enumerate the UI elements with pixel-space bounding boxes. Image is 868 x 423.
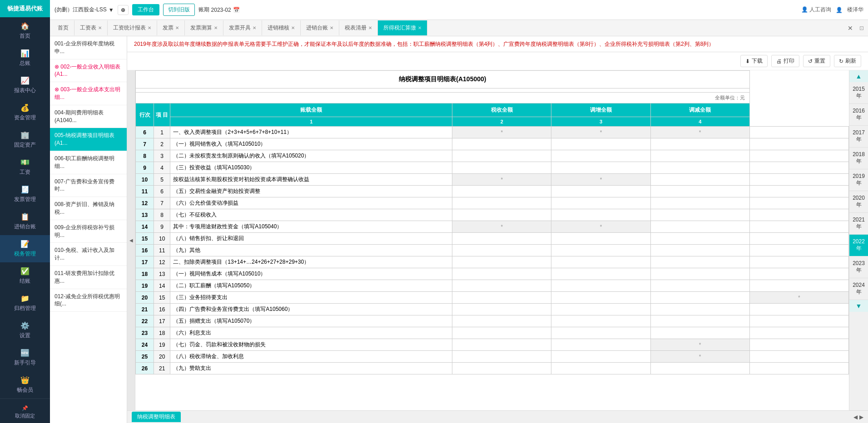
value-cell-2[interactable]	[650, 138, 749, 150]
value-cell-3[interactable]	[749, 280, 848, 292]
value-cell-1[interactable]	[551, 186, 650, 197]
print-button[interactable]: 🖨 打印	[771, 55, 799, 67]
value-cell-2[interactable]	[650, 292, 749, 304]
tab-close-invoice-in[interactable]: ✕	[291, 25, 295, 30]
value-cell-0[interactable]	[452, 351, 551, 363]
value-cell-0[interactable]	[452, 245, 551, 256]
year-item-2022年[interactable]: 2022年	[849, 235, 868, 256]
value-cell-0[interactable]: *	[452, 221, 551, 233]
value-cell-1[interactable]: *	[551, 174, 650, 186]
workbench-button[interactable]: 工作台	[132, 4, 159, 15]
sidebar-item-asset[interactable]: 💰资金管理	[0, 99, 50, 126]
scroll-left[interactable]: ◀	[853, 414, 858, 420]
value-cell-2[interactable]: *	[650, 127, 749, 138]
tab-tax-clear[interactable]: 税表清册✕	[339, 20, 378, 35]
value-cell-1[interactable]	[551, 268, 650, 280]
tab-close-invoice[interactable]: ✕	[175, 25, 179, 30]
value-cell-0[interactable]	[452, 233, 551, 245]
sidebar-item-invoice[interactable]: 🧾发票管理	[0, 181, 50, 208]
value-cell-2[interactable]	[650, 150, 749, 162]
value-cell-2[interactable]	[650, 162, 749, 174]
value-cell-1[interactable]	[551, 233, 650, 245]
value-cell-1[interactable]	[551, 245, 650, 256]
tab-invoice-ledger[interactable]: 进销台账✕	[301, 20, 339, 35]
value-cell-2[interactable]	[650, 280, 749, 292]
sidebar-item-fixed[interactable]: 🏢固定资产	[0, 126, 50, 153]
value-cell-3[interactable]	[749, 245, 848, 256]
value-cell-2[interactable]: *	[650, 339, 749, 351]
value-cell-1[interactable]	[551, 292, 650, 304]
value-cell-3[interactable]	[749, 315, 848, 327]
bottom-tab[interactable]: 纳税调整明细表	[132, 412, 181, 422]
value-cell-1[interactable]	[551, 327, 650, 339]
value-cell-1[interactable]	[551, 304, 650, 315]
left-nav-item-005[interactable]: 005-纳税调整项目明细表(A1...	[50, 128, 127, 151]
value-cell-3[interactable]: *	[749, 292, 848, 304]
collapse-panel-button[interactable]: ◀	[127, 70, 135, 410]
left-nav-item-004[interactable]: 004-期间费用明细表(A1040...	[50, 105, 127, 128]
value-cell-0[interactable]	[452, 292, 551, 304]
value-cell-2[interactable]	[650, 327, 749, 339]
value-cell-1[interactable]	[551, 256, 650, 268]
sidebar-item-guide[interactable]: 🆕新手引导	[0, 344, 50, 371]
user-service[interactable]: 👤 人工咨询	[801, 6, 831, 14]
value-cell-3[interactable]	[749, 221, 848, 233]
tab-close-invoice-ledger[interactable]: ✕	[330, 25, 333, 30]
value-cell-2[interactable]	[650, 233, 749, 245]
value-cell-2[interactable]	[650, 174, 749, 186]
value-cell-2[interactable]	[650, 221, 749, 233]
value-cell-0[interactable]	[452, 363, 551, 374]
tab-invoice[interactable]: 发票✕	[157, 20, 185, 35]
left-nav-item-003[interactable]: 003-一般企业成本支出明细...	[50, 82, 127, 105]
value-cell-0[interactable]	[452, 150, 551, 162]
year-nav-down[interactable]: ▼	[849, 300, 868, 312]
restore-tabs[interactable]: ⊡	[858, 25, 866, 31]
value-cell-2[interactable]: *	[650, 351, 749, 363]
value-cell-2[interactable]	[650, 304, 749, 315]
year-item-2018年[interactable]: 2018年	[849, 148, 868, 169]
sidebar-item-settlement[interactable]: ✅结账	[0, 262, 50, 290]
left-nav-item-007[interactable]: 007-广告费和业务宣传费时...	[50, 174, 127, 197]
value-cell-2[interactable]	[650, 209, 749, 221]
year-item-2024年[interactable]: 2024年	[849, 278, 868, 300]
left-nav-item-011[interactable]: 011-研发费用加计扣除优惠...	[50, 266, 127, 289]
spreadsheet[interactable]: 纳税调整项目明细表(A105000)全额单位：元行次项 目账载全额税收全额调增全…	[135, 70, 849, 410]
sidebar-item-report[interactable]: 📈报表中心	[0, 72, 50, 99]
tab-invoice-open[interactable]: 发票开具✕	[223, 20, 262, 35]
value-cell-3[interactable]	[749, 162, 848, 174]
sidebar-item-ledger[interactable]: 📊总账	[0, 44, 50, 72]
year-item-2015年[interactable]: 2015年	[849, 82, 868, 104]
value-cell-0[interactable]	[452, 268, 551, 280]
value-cell-3[interactable]	[749, 197, 848, 209]
value-cell-0[interactable]	[452, 162, 551, 174]
year-item-2017年[interactable]: 2017年	[849, 126, 868, 148]
value-cell-3[interactable]	[749, 351, 848, 363]
tab-close-tax-clear[interactable]: ✕	[368, 25, 372, 30]
tab-home[interactable]: 首页	[52, 20, 74, 35]
value-cell-3[interactable]	[749, 186, 848, 197]
value-cell-1[interactable]	[551, 150, 650, 162]
value-cell-2[interactable]	[650, 363, 749, 374]
tab-close-salary-report[interactable]: ✕	[148, 25, 151, 30]
left-nav-item-002[interactable]: 002-一般企业收入明细表(A1...	[50, 59, 127, 83]
value-cell-3[interactable]	[749, 150, 848, 162]
sidebar-item-tax[interactable]: 📝税务管理	[0, 235, 50, 262]
scroll-right[interactable]: ▶	[859, 414, 863, 420]
value-cell-3[interactable]	[749, 138, 848, 150]
value-cell-1[interactable]	[551, 162, 650, 174]
sidebar-item-settings[interactable]: ⚙️设置	[0, 317, 50, 344]
value-cell-3[interactable]	[749, 363, 848, 374]
value-cell-3[interactable]	[749, 209, 848, 221]
value-cell-3[interactable]	[749, 268, 848, 280]
value-cell-0[interactable]	[452, 327, 551, 339]
refresh-button[interactable]: ↻ 刷新	[834, 55, 861, 67]
sidebar-item-archive[interactable]: 📁归档管理	[0, 290, 50, 317]
value-cell-0[interactable]: *	[452, 127, 551, 138]
value-cell-0[interactable]	[452, 186, 551, 197]
value-cell-2[interactable]	[650, 315, 749, 327]
left-nav-item-008[interactable]: 008-资产折旧、摊销及纳税...	[50, 197, 127, 220]
value-cell-3[interactable]	[749, 339, 848, 351]
tab-salary[interactable]: 工资表✕	[74, 20, 108, 35]
tab-income-tax[interactable]: 所得税汇算缴✕	[378, 20, 427, 35]
value-cell-3[interactable]	[749, 256, 848, 268]
